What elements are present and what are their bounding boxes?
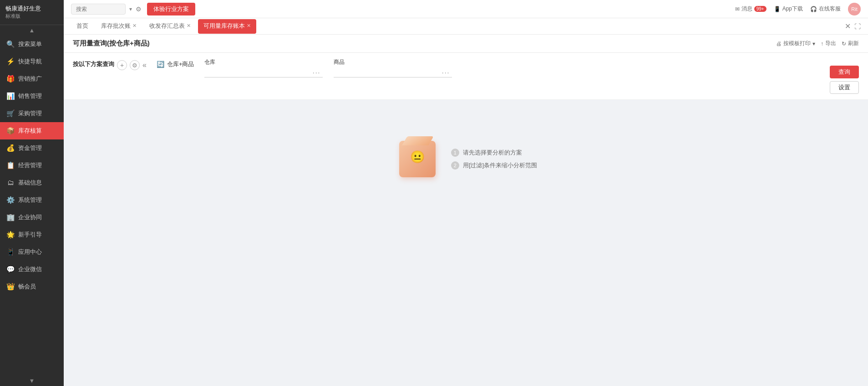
apps-icon: 📱	[6, 248, 15, 256]
sidebar-nav: 🔍 搜索菜单 ⚡ 快捷导航 🎁 营销推广 📊 销售管理 🛒 采购管理 📦 库存核…	[0, 36, 64, 376]
refresh-icon: ↻	[842, 41, 846, 47]
refresh-label: 刷新	[848, 40, 859, 47]
mobile-icon: 📱	[774, 6, 781, 12]
filter-setting-btn[interactable]: ⚙	[130, 60, 140, 70]
query-btn[interactable]: 查询	[830, 66, 859, 78]
sidebar-item-search[interactable]: 🔍 搜索菜单	[0, 36, 64, 53]
sidebar-item-operations[interactable]: 📋 经营管理	[0, 157, 64, 174]
service-btn[interactable]: 🎧 在线客服	[810, 5, 841, 13]
topbar: ▾ ⚙ 体验行业方案 ✉ 消息 99+ 📱 App下载 🎧 在线客服 Rit	[64, 0, 868, 18]
tab-batch-label: 库存批次账	[101, 22, 131, 30]
tab-home[interactable]: 首页	[71, 19, 94, 34]
system-icon: ⚙️	[6, 196, 15, 204]
warehouse-input-box: ···	[204, 68, 323, 77]
topbar-chevron-icon[interactable]: ▾	[129, 6, 132, 12]
sidebar-label-member: 畅会员	[18, 283, 36, 291]
print-btn[interactable]: 🖨 按模板打印 ▾	[776, 40, 815, 47]
scheme-list: 🔄 仓库+商品	[152, 58, 199, 70]
scheme-label: 仓库+商品	[167, 60, 194, 68]
inventory-icon: 📦	[6, 127, 15, 135]
filter-area: 按以下方案查询 + ⚙ « 🔄 仓库+商品 仓库 ···	[64, 53, 868, 100]
empty-state: 1 请先选择要分析的方案 2 用[过滤]条件来缩小分析范围	[64, 100, 868, 218]
wechat-icon: 💬	[6, 265, 15, 273]
sidebar-item-enterprise[interactable]: 🏢 企业协同	[0, 209, 64, 226]
user-name: Rit	[851, 6, 857, 12]
tip-text-2: 用[过滤]条件来缩小分析范围	[463, 161, 537, 170]
sidebar-item-quicknav[interactable]: ⚡ 快捷导航	[0, 53, 64, 70]
tab-available-label: 可用量库存账本	[203, 22, 245, 30]
goods-dots-icon[interactable]: ···	[442, 69, 450, 76]
topbar-search-input[interactable]	[71, 4, 126, 15]
export-label: 导出	[825, 40, 836, 47]
operations-icon: 📋	[6, 161, 15, 170]
app-label: App下载	[782, 5, 803, 13]
sidebar-item-purchase[interactable]: 🛒 采购管理	[0, 105, 64, 122]
service-label: 在线客服	[819, 5, 841, 13]
message-btn[interactable]: ✉ 消息 99+	[735, 5, 766, 13]
sidebar-item-wechat[interactable]: 💬 企业微信	[0, 261, 64, 278]
empty-illustration	[395, 136, 440, 182]
empty-tips: 1 请先选择要分析的方案 2 用[过滤]条件来缩小分析范围	[451, 149, 537, 170]
tab-home-label: 首页	[76, 22, 88, 30]
tab-summary-close[interactable]: ✕	[187, 23, 191, 29]
tabbar-close-icon[interactable]: ✕	[845, 22, 851, 31]
warehouse-dots-icon[interactable]: ···	[313, 69, 321, 76]
refresh-btn[interactable]: ↻ 刷新	[842, 40, 859, 47]
goods-label: 商品	[334, 58, 452, 66]
page-header: 可用量查询(按仓库+商品) 🖨 按模板打印 ▾ ↑ 导出 ↻ 刷新	[64, 35, 868, 53]
goods-input-box: ···	[334, 68, 452, 77]
user-avatar[interactable]: Rit	[848, 3, 861, 15]
sidebar-item-inventory[interactable]: 📦 库存核算	[0, 122, 64, 139]
tab-summary-label: 收发存汇总表	[149, 22, 185, 30]
logo-sub: 标准版	[5, 13, 58, 20]
empty-tip-2: 2 用[过滤]条件来缩小分析范围	[451, 161, 537, 170]
scheme-item-warehouse-goods[interactable]: 🔄 仓库+商品	[152, 58, 199, 70]
topbar-gear-icon[interactable]: ⚙	[136, 5, 142, 13]
tab-batch[interactable]: 库存批次账 ✕	[96, 19, 142, 34]
sidebar-item-marketing[interactable]: 🎁 营销推广	[0, 70, 64, 87]
tabbar-expand-icon[interactable]: ⛶	[854, 23, 861, 30]
filter-add-btn[interactable]: +	[117, 60, 127, 70]
enterprise-icon: 🏢	[6, 213, 15, 221]
settings-btn[interactable]: 设置	[830, 81, 859, 94]
sidebar-label-newbie: 新手引导	[18, 231, 42, 239]
filter-collapse-icon[interactable]: «	[142, 60, 147, 70]
sidebar-logo: 畅康通好生意 标准版	[0, 0, 64, 25]
export-icon: ↑	[821, 41, 823, 47]
page-actions: 🖨 按模板打印 ▾ ↑ 导出 ↻ 刷新	[776, 40, 859, 47]
print-dropdown-icon[interactable]: ▾	[812, 41, 815, 47]
sidebar-label-inventory: 库存核算	[18, 127, 42, 135]
tip-num-1: 1	[451, 149, 459, 157]
sidebar-item-newbie[interactable]: 🌟 新手引导	[0, 226, 64, 243]
query-btn-area: 查询 设置	[830, 58, 859, 94]
sidebar-item-member[interactable]: 👑 畅会员	[0, 278, 64, 295]
app-download-btn[interactable]: 📱 App下载	[774, 5, 803, 13]
tab-batch-close[interactable]: ✕	[132, 23, 137, 29]
tab-available[interactable]: 可用量库存账本 ✕	[198, 19, 256, 34]
sidebar-item-apps[interactable]: 📱 应用中心	[0, 243, 64, 261]
empty-cube	[399, 141, 436, 177]
export-btn[interactable]: ↑ 导出	[821, 40, 836, 47]
trial-btn[interactable]: 体验行业方案	[147, 3, 195, 15]
sidebar-item-system[interactable]: ⚙️ 系统管理	[0, 191, 64, 209]
sidebar-label-finance: 资金管理	[18, 144, 42, 152]
sidebar-label-enterprise: 企业协同	[18, 213, 42, 221]
message-label: 消息	[741, 5, 752, 13]
main-area: ▾ ⚙ 体验行业方案 ✉ 消息 99+ 📱 App下载 🎧 在线客服 Rit	[64, 0, 868, 386]
quicknav-icon: ⚡	[6, 57, 15, 66]
warehouse-input[interactable]	[206, 69, 311, 76]
tab-available-close[interactable]: ✕	[247, 23, 251, 29]
sidebar-item-finance[interactable]: 💰 资金管理	[0, 139, 64, 157]
basics-icon: 🗂	[6, 179, 15, 186]
content-area: 可用量查询(按仓库+商品) 🖨 按模板打印 ▾ ↑ 导出 ↻ 刷新	[64, 35, 868, 386]
sidebar-scroll-down[interactable]: ▼	[0, 376, 64, 386]
headset-icon: 🎧	[810, 6, 817, 12]
tab-summary[interactable]: 收发存汇总表 ✕	[144, 19, 196, 34]
sales-icon: 📊	[6, 92, 15, 100]
goods-input[interactable]	[335, 69, 440, 76]
marketing-icon: 🎁	[6, 75, 15, 83]
sidebar-label-quicknav: 快捷导航	[18, 57, 42, 66]
sidebar-item-basics[interactable]: 🗂 基础信息	[0, 174, 64, 191]
sidebar-item-sales[interactable]: 📊 销售管理	[0, 87, 64, 105]
sidebar-scroll-up[interactable]: ▲	[0, 25, 64, 36]
